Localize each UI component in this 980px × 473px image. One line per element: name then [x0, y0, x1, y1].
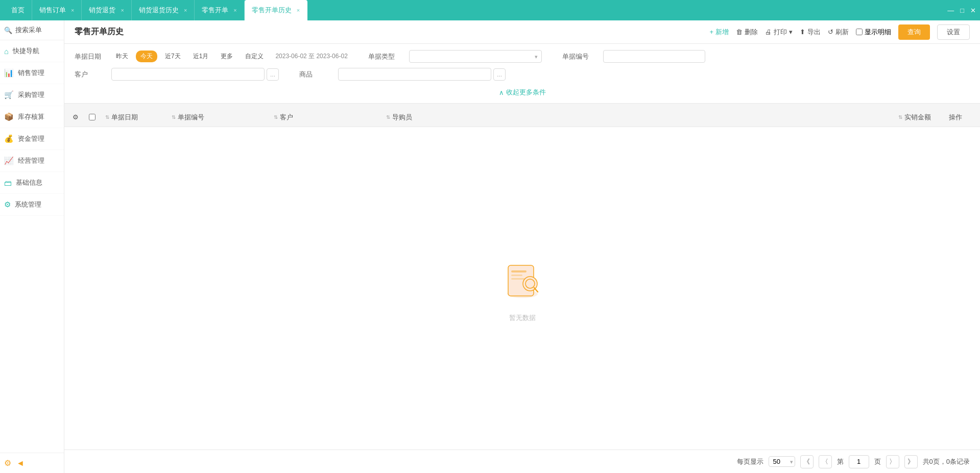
tab-sales-order-close[interactable]: ×	[71, 7, 74, 13]
print-button[interactable]: 🖨 打印 ▾	[765, 28, 793, 37]
next-page-button[interactable]: 〉	[886, 455, 899, 468]
page-suffix: 页	[874, 457, 881, 466]
tab-sales-return-history-close[interactable]: ×	[184, 7, 187, 13]
operation-icon: 📈	[4, 156, 14, 165]
date-btn-1month[interactable]: 近1月	[188, 51, 213, 62]
current-page-input[interactable]: 1	[849, 455, 869, 468]
tab-sales-return-history[interactable]: 销货退货历史 ×	[132, 0, 195, 20]
last-page-button[interactable]: 》	[904, 455, 918, 468]
svg-rect-4	[511, 278, 524, 280]
quick-nav-icon: ⌂	[4, 47, 9, 56]
refresh-button[interactable]: ↺ 刷新	[828, 28, 849, 37]
table-header: ⚙ ⇅ 单据日期 ⇅ 单据编号 ⇅ 客户 ⇅	[64, 108, 980, 127]
th-date-sort-icon: ⇅	[105, 114, 109, 120]
delete-button[interactable]: 🗑 删除	[736, 28, 758, 37]
date-btn-yesterday[interactable]: 昨天	[111, 51, 133, 62]
th-billno[interactable]: ⇅ 单据编号	[168, 113, 270, 122]
add-icon: +	[709, 28, 713, 36]
sidebar-item-system[interactable]: ⚙ 系统管理	[0, 194, 64, 216]
collapse-sidebar-icon[interactable]: ◄	[16, 459, 25, 468]
export-label: 导出	[807, 28, 821, 37]
date-btn-custom[interactable]: 自定义	[241, 51, 268, 62]
sidebar-item-operation[interactable]: 📈 经营管理	[0, 150, 64, 172]
tab-sales-order[interactable]: 销售订单 ×	[32, 0, 82, 20]
customer-input-group: ...	[111, 68, 279, 81]
per-page-select[interactable]: 10 20 50 100	[769, 456, 795, 467]
export-button[interactable]: ⬆ 导出	[800, 28, 821, 37]
th-amount-label: 实销金额	[904, 113, 931, 122]
th-customer-label: 客户	[280, 113, 293, 122]
th-customer-sort-icon: ⇅	[274, 114, 278, 120]
window-minimize[interactable]: —	[947, 7, 954, 14]
th-salesperson-label: 导购员	[392, 113, 412, 122]
collapse-icon: ∧	[499, 89, 504, 96]
bill-no-input[interactable]	[603, 50, 705, 63]
th-date[interactable]: ⇅ 单据日期	[101, 113, 168, 122]
main-layout: 🔍 搜索采单 ⌂ 快捷导航 📊 销售管理 🛒 采购管理 📦 库存核算 💰 资金管…	[0, 20, 980, 473]
sidebar-item-inventory[interactable]: 📦 库存核算	[0, 106, 64, 128]
sidebar-item-basic-info[interactable]: 🗃 基础信息	[0, 172, 64, 194]
goods-ellipsis[interactable]: ...	[493, 68, 506, 81]
sidebar-item-sales-mgmt[interactable]: 📊 销售管理	[0, 62, 64, 84]
display-detail-label: 显示明细	[865, 28, 891, 37]
settings-bottom-icon[interactable]: ⚙	[4, 458, 11, 468]
sidebar-item-inventory-label: 库存核算	[18, 112, 44, 121]
th-amount[interactable]: ⇅ 实销金额	[464, 113, 935, 122]
top-tab-bar: 首页 销售订单 × 销货退货 × 销货退货历史 × 零售开单 × 零售开单历史 …	[0, 0, 980, 20]
purchase-mgmt-icon: 🛒	[4, 90, 14, 99]
tab-sales-return-history-label: 销货退货历史	[139, 6, 179, 15]
per-page-label: 每页显示	[737, 457, 763, 466]
page-header: 零售开单历史 + 新增 🗑 删除 🖨 打印 ▾ ⬆ 导出	[64, 20, 980, 44]
system-icon: ⚙	[4, 200, 11, 209]
tab-retail-history-label: 零售开单历史	[252, 6, 292, 15]
search-icon: 🔍	[4, 27, 12, 34]
display-detail-checkbox[interactable]	[856, 29, 863, 35]
sidebar-item-operation-label: 经营管理	[18, 156, 44, 165]
svg-rect-2	[511, 270, 527, 272]
tab-home[interactable]: 首页	[4, 0, 32, 20]
setting-button[interactable]: 设置	[937, 24, 970, 40]
query-button[interactable]: 查询	[898, 24, 930, 40]
customer-input[interactable]	[111, 68, 265, 81]
date-btn-more[interactable]: 更多	[216, 51, 237, 62]
select-all-checkbox[interactable]	[89, 114, 95, 120]
tab-retail-history-close[interactable]: ×	[297, 7, 300, 13]
date-btn-7days[interactable]: 近7天	[160, 51, 185, 62]
add-button[interactable]: + 新增	[709, 28, 729, 37]
bill-type-select-wrapper	[409, 50, 542, 63]
top-bar-right: — □ ✕	[947, 7, 976, 14]
bill-type-select[interactable]	[409, 50, 542, 63]
th-settings[interactable]: ⚙	[68, 113, 85, 121]
tab-sales-return[interactable]: 销货退货 ×	[82, 0, 131, 20]
tab-retail-open[interactable]: 零售开单 ×	[195, 0, 244, 20]
tab-retail-history[interactable]: 零售开单历史 ×	[245, 0, 307, 20]
window-maximize[interactable]: □	[960, 7, 964, 14]
tab-retail-open-close[interactable]: ×	[233, 7, 236, 13]
sidebar-item-finance[interactable]: 💰 资金管理	[0, 128, 64, 150]
basic-info-icon: 🗃	[4, 179, 12, 187]
svg-rect-3	[511, 275, 522, 276]
sidebar-item-purchase-mgmt[interactable]: 🛒 采购管理	[0, 84, 64, 106]
th-checkbox[interactable]	[85, 114, 101, 120]
date-btn-today[interactable]: 今天	[136, 51, 157, 62]
last-page-icon: 》	[907, 457, 914, 466]
display-detail-toggle[interactable]: 显示明细	[856, 28, 891, 37]
th-salesperson[interactable]: ⇅ 导购员	[382, 113, 464, 122]
print-dropdown-icon: ▾	[789, 28, 793, 36]
th-customer[interactable]: ⇅ 客户	[270, 113, 382, 122]
export-icon: ⬆	[800, 28, 805, 36]
refresh-icon: ↺	[828, 28, 833, 36]
first-page-button[interactable]: 《	[800, 455, 814, 468]
goods-input[interactable]	[338, 68, 491, 81]
sidebar-search[interactable]: 🔍 搜索采单	[0, 20, 64, 40]
customer-ellipsis[interactable]: ...	[267, 68, 279, 81]
collapse-label: 收起更多条件	[506, 88, 546, 97]
refresh-label: 刷新	[835, 28, 849, 37]
prev-page-icon: 〈	[822, 457, 828, 466]
sidebar-item-quick-nav[interactable]: ⌂ 快捷导航	[0, 40, 64, 62]
prev-page-button[interactable]: 〈	[819, 455, 832, 468]
window-close[interactable]: ✕	[970, 7, 976, 14]
toolbar: + 新增 🗑 删除 🖨 打印 ▾ ⬆ 导出 ↺ 刷新	[709, 24, 970, 40]
tab-sales-return-close[interactable]: ×	[121, 7, 124, 13]
collapse-button[interactable]: ∧ 收起更多条件	[75, 86, 970, 99]
